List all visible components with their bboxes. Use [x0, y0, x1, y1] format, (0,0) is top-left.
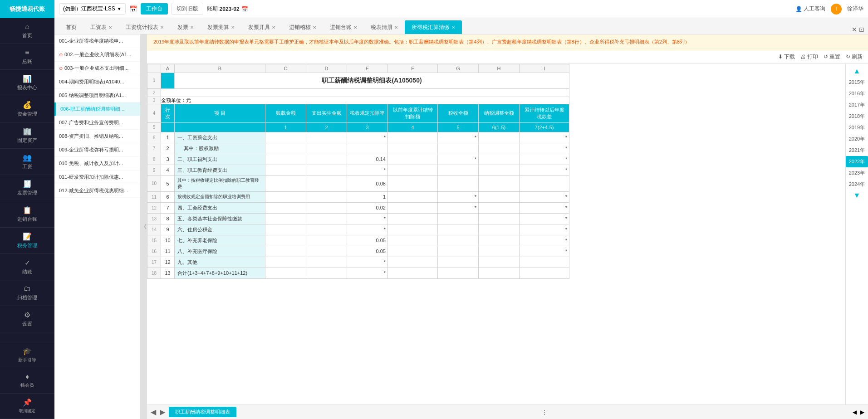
row-5-num: 5 [147, 122, 161, 132]
reset-button[interactable]: ↺ 重置 [824, 53, 840, 61]
sidebar-item-fixed-assets[interactable]: 🏢 固定资产 [0, 122, 54, 149]
download-icon: ⬇ [778, 54, 783, 60]
file-item-010[interactable]: 010-免税、减计收入及加计... [54, 157, 140, 171]
file-item-001[interactable]: 001-企业所得税年度纳税申... [54, 34, 140, 48]
tab-payroll-stats-close[interactable]: ✕ [160, 25, 164, 30]
collapse-handle[interactable]: 《 [141, 34, 147, 419]
tab-close-all-icon[interactable]: ✕ [852, 26, 857, 33]
sidebar-item-tax[interactable]: 📝 税务管理 [0, 228, 54, 254]
file-item-004[interactable]: 004-期间费用明细表(A1040... [54, 75, 140, 89]
year-2023[interactable]: 2023年 [846, 167, 868, 179]
title-row: 1 职工薪酬纳税调整明细表(A105050) [147, 73, 569, 88]
sidebar-item-archive[interactable]: 🗂 归档管理 [0, 280, 54, 306]
refresh-button[interactable]: ↻ 刷新 [846, 53, 863, 61]
val-8-f [388, 213, 438, 224]
val-8-i: * [520, 213, 569, 224]
tab-payroll[interactable]: 工资表 ✕ [83, 20, 119, 34]
company-dropdown-icon: ▼ [117, 6, 122, 11]
val-2-d [306, 143, 347, 154]
tab-ledger-close[interactable]: ✕ [353, 25, 357, 30]
tab-maximize-icon[interactable]: ⊡ [859, 26, 864, 33]
hdr-actual-amount: 支出实生金额 [306, 104, 347, 122]
tab-invoice-issue-close[interactable]: ✕ [272, 25, 275, 30]
year-2016[interactable]: 2016年 [846, 88, 868, 99]
sidebar-item-assets-mgmt[interactable]: 💰 资金管理 [0, 96, 54, 122]
scroll-left-icon[interactable]: ◀ [853, 409, 857, 415]
file-011-label: 011-研发费用加计扣除优惠... [59, 174, 123, 180]
tab-invoice-calc[interactable]: 发票测算 ✕ [201, 20, 241, 34]
print-button[interactable]: 🖨 打印 [800, 53, 818, 61]
tab-home[interactable]: 首页 [59, 20, 83, 34]
download-button[interactable]: ⬇ 下载 [778, 53, 795, 61]
year-scroll-up[interactable]: ▲ [852, 66, 862, 77]
tab-invoice[interactable]: 发票 ✕ [171, 20, 201, 34]
sidebar-item-home[interactable]: ⌂ 首页 [0, 18, 54, 44]
year-2017[interactable]: 2017年 [846, 99, 868, 111]
data-row-16: 16 11 八、补充医疗保险 0.05 * [147, 246, 569, 257]
tab-audit[interactable]: 进销稽核 ✕ [282, 20, 323, 34]
tab-payroll-stats[interactable]: 工资统计报表 ✕ [119, 20, 171, 34]
sidebar-item-ledger[interactable]: ≡ 总账 [0, 44, 54, 70]
bottom-sheet-tab[interactable]: 职工薪酬纳税调整明细表 [169, 407, 236, 417]
tab-invoice-calc-close[interactable]: ✕ [231, 25, 235, 30]
col-h-header: H [479, 64, 520, 73]
sidebar-item-sales-ledger[interactable]: 📋 进销台账 [0, 201, 54, 228]
sheet-nav-right[interactable]: ▶ [160, 408, 165, 416]
file-item-008[interactable]: 008-资产折旧、摊销及纳税... [54, 130, 140, 143]
file-item-009[interactable]: 009-企业所得税弥补亏损明... [54, 143, 140, 157]
year-scroll-down[interactable]: ▼ [852, 190, 862, 201]
val-6-f [388, 191, 438, 202]
tab-income-tax-close[interactable]: ✕ [451, 25, 455, 30]
row-4-num: 4 [147, 104, 161, 122]
year-2015[interactable]: 2015年 [846, 77, 868, 88]
val-11-f [388, 246, 438, 257]
file-item-005[interactable]: 005-纳税调整项目明细表(A1... [54, 89, 140, 102]
tab-ledger[interactable]: 进销台账 ✕ [323, 20, 364, 34]
tab-payroll-close[interactable]: ✕ [108, 25, 112, 30]
file-item-012[interactable]: 012-减免企业所得税优惠明细... [54, 184, 140, 198]
unit-cell: 金额单位：元 [161, 97, 569, 104]
notice-bar: 2019年度涉及取以前年度结转数据的申报表单元格需要手工维护正确，才能核证本年及… [147, 34, 868, 50]
file-item-002[interactable]: ⊙ 002-一般企业收入明细表(A1... [54, 48, 140, 62]
company-selector[interactable]: (勿删）江西税宝-LSS ▼ [59, 3, 126, 15]
sheet-nav-left[interactable]: ◀ [151, 408, 156, 416]
seq-6: 6 [161, 191, 175, 202]
support-link[interactable]: 👤 人工客询 [795, 5, 825, 13]
sidebar-item-newbie[interactable]: 🎓 新手引导 [0, 342, 54, 368]
year-2020[interactable]: 2020年 [846, 133, 868, 145]
val-4-i: * [520, 165, 569, 175]
sidebar-item-invoice[interactable]: 🧾 发票管理 [0, 175, 54, 201]
year-2019[interactable]: 2019年 [846, 122, 868, 133]
settlement-icon: ✓ [25, 258, 30, 267]
sidebar-item-reports[interactable]: 📊 报表中心 [0, 70, 54, 96]
tab-invoice-close[interactable]: ✕ [190, 25, 194, 30]
tab-tax-table[interactable]: 税表清册 ✕ [364, 20, 405, 34]
scroll-right-icon[interactable]: ▶ [860, 409, 864, 415]
switch-old-button[interactable]: 切到旧版 [172, 3, 203, 15]
workspace-button[interactable]: 工作台 [141, 3, 168, 15]
file-item-006[interactable]: 006-职工薪酬纳税调整明细... [54, 102, 140, 116]
val-4-e: * [347, 165, 388, 175]
sidebar-item-payroll[interactable]: 👥 工资 [0, 149, 54, 175]
val-8-c [265, 213, 306, 224]
sidebar-item-cancel-fixed[interactable]: 📌 取消固定 [0, 394, 54, 419]
bottom-more-options[interactable]: ⋮ [541, 409, 548, 416]
sidebar-item-settings[interactable]: ⚙ 设置 [0, 306, 54, 332]
sidebar-item-settlement[interactable]: ✓ 结账 [0, 254, 54, 280]
main-area: (勿删）江西税宝-LSS ▼ 📅 工作台 切到旧版 账期 2023-02 📅 👤… [54, 0, 868, 419]
file-panel: 001-企业所得税年度纳税申... ⊙ 002-一般企业收入明细表(A1... … [54, 34, 141, 419]
file-item-011[interactable]: 011-研发费用加计扣除优惠... [54, 171, 140, 184]
sidebar-item-vip[interactable]: ♦ 畅会员 [0, 368, 54, 394]
tab-income-tax[interactable]: 所得税汇算清缴 ✕ [405, 20, 462, 34]
year-2024[interactable]: 2024年 [846, 179, 868, 190]
year-2022[interactable]: 2022年 [846, 156, 868, 167]
tab-invoice-issue[interactable]: 发票开具 ✕ [241, 20, 282, 34]
tab-tax-table-close[interactable]: ✕ [394, 25, 398, 30]
year-2018[interactable]: 2018年 [846, 111, 868, 122]
file-item-003[interactable]: ⊙ 003-一般企业成本支出明细... [54, 62, 140, 75]
file-item-007[interactable]: 007-广告费和业务宣传费明... [54, 116, 140, 130]
year-2021[interactable]: 2021年 [846, 145, 868, 156]
col-c-header: C [265, 64, 306, 73]
tab-audit-close[interactable]: ✕ [313, 25, 316, 30]
col-num-row: 5 1 2 3 4 5 6(1-5) 7(2+4-5) [147, 122, 569, 132]
